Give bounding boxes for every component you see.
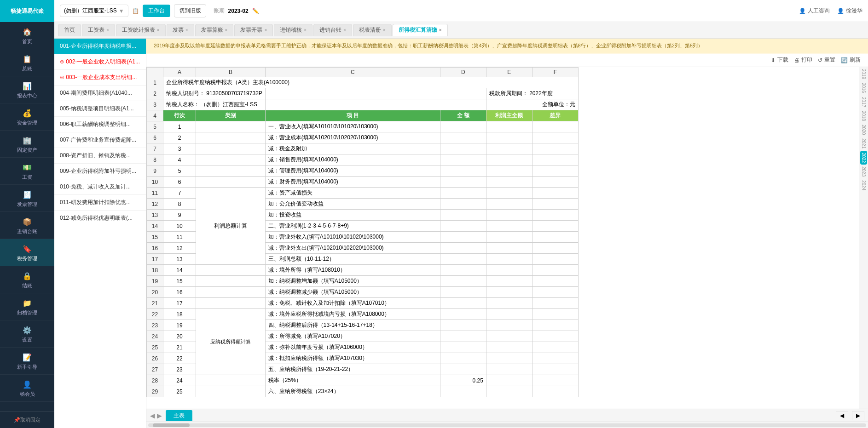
close-icon[interactable]: × xyxy=(343,28,346,33)
archive-icon: 📁 xyxy=(23,299,32,308)
right-area: 2019年度步及取以前年度延续数据的申报表单元格需要手工维护正确，才能保证本年及… xyxy=(146,39,868,428)
close-icon[interactable]: × xyxy=(225,28,228,33)
col-header-C[interactable]: C xyxy=(265,68,440,77)
tab-invoice-calc[interactable]: 发票算账 × xyxy=(195,24,234,36)
tab-invoice-open[interactable]: 发票开票 × xyxy=(234,24,273,36)
left-panel-item-005[interactable]: 005-纳税调整项目明细表(A1... xyxy=(54,101,146,117)
sidebar-item-archive[interactable]: 📁 归档管理 xyxy=(0,293,54,320)
year-2021[interactable]: 2021 xyxy=(860,137,867,150)
left-panel-item-006[interactable]: 006-职工薪酬纳税调整明细... xyxy=(54,117,146,132)
user-profile[interactable]: 👤 徐漫华 xyxy=(837,7,862,15)
year-2023[interactable]: 2023 xyxy=(860,165,867,178)
col-header-F[interactable]: F xyxy=(532,68,578,77)
sidebar-item-guide[interactable]: 📝 新手引导 xyxy=(0,348,54,375)
table-row: 5 1 一、营业收入(填写A101010\101020\103000) xyxy=(147,121,579,132)
left-panel-item-011[interactable]: 011-研发费用加计扣除优惠... xyxy=(54,195,146,211)
print-button[interactable]: 🖨 打印 xyxy=(794,56,812,64)
sidebar-item-capital[interactable]: 💰 资金管理 xyxy=(0,103,54,131)
sidebar-item-ledger[interactable]: 📋 总账 xyxy=(0,49,54,76)
empty-cell xyxy=(265,99,486,110)
table-row-header: 4 行次 类别 项 目 xyxy=(147,110,579,121)
sidebar-item-asset[interactable]: 🏢 固定资产 xyxy=(0,131,54,158)
tab-income-tax[interactable]: 所得税汇算清缴 × xyxy=(393,24,448,36)
close-icon[interactable]: × xyxy=(304,28,307,33)
sidebar-item-settings[interactable]: ⚙️ 设置 xyxy=(0,320,54,348)
sheet-main[interactable]: A B C D E F xyxy=(146,67,859,409)
sidebar-item-tax[interactable]: 🔖 税务管理 xyxy=(0,239,54,266)
spreadsheet-table: A B C D E F xyxy=(146,67,579,397)
year-2020[interactable]: 2020 xyxy=(860,123,867,137)
tab-invoice-list[interactable]: 发票 × xyxy=(167,24,194,36)
refresh-button[interactable]: 🔄 刷新 xyxy=(841,56,861,64)
settings-icon: ⚙️ xyxy=(23,326,32,335)
table-row: 9 5 减：管理费用(填写A104000) xyxy=(147,165,579,177)
col-header-D[interactable]: D xyxy=(440,68,486,77)
tab-purchase-ledger[interactable]: 进销台账 × xyxy=(313,24,352,36)
table-row: 3 纳税人名称： （勿删）江西服宝-LSS 全额单位：元 xyxy=(147,99,579,110)
sidebar-item-report[interactable]: 📊 报表中心 xyxy=(0,76,54,103)
company-selector[interactable]: (勿删）江西服宝-LSS ▼ xyxy=(60,5,128,17)
report-icon: 📊 xyxy=(23,82,32,91)
left-panel-item-009[interactable]: 009-企业所得税附加补亏损明... xyxy=(54,164,146,179)
sheet-nav-right[interactable]: ▶ xyxy=(157,412,162,419)
horizontal-scrollbar[interactable] xyxy=(146,422,868,428)
close-icon[interactable]: × xyxy=(157,28,160,33)
year-2024[interactable]: 2024 xyxy=(860,178,867,192)
sidebar-item-purchase[interactable]: 📦 进销台账 xyxy=(0,212,54,239)
left-panel-item-007[interactable]: 007-广告费和业务宣传费超降... xyxy=(54,132,146,148)
left-panel-item-002[interactable]: ⊙ 002-一般企业收入明细表(A1... xyxy=(54,54,146,70)
table-title: 企业所得税年度纳税申报表（A类）主表(A100000) xyxy=(163,77,579,88)
ai-service[interactable]: 👤 人工咨询 xyxy=(799,7,830,15)
scroll-thumb[interactable] xyxy=(153,423,190,427)
table-row: 18 14 减：境外所得（填写A108010） xyxy=(147,265,579,276)
left-panel-item-008[interactable]: 008-资产折旧、摊销及纳税... xyxy=(54,148,146,164)
year-2019[interactable]: 2019 xyxy=(860,67,867,81)
year-2022[interactable]: 2022 xyxy=(860,151,867,165)
close-icon[interactable]: × xyxy=(185,28,188,33)
col-header-B[interactable]: B xyxy=(196,68,265,77)
reset-button[interactable]: ↺ 重置 xyxy=(818,56,835,64)
header-xuhao: 行次 xyxy=(163,110,196,121)
pin-toggle[interactable]: 📌 取消固定 xyxy=(0,411,54,428)
left-panel-item-001[interactable]: 001-企业所得税年度纳税申报... xyxy=(54,39,146,54)
workbench-button[interactable]: 工作台 xyxy=(143,5,170,17)
switch-old-button[interactable]: 切到旧版 xyxy=(174,4,206,17)
scroll-left-btn[interactable]: ◀ xyxy=(836,411,848,420)
tab-salary-stat[interactable]: 工资统计报表 × xyxy=(116,24,166,36)
sidebar-item-member[interactable]: 👤 畅会员 xyxy=(0,375,54,402)
taxpayer-name-row: 纳税人名称： （勿删）江西服宝-LSS xyxy=(163,99,266,110)
sidebar-item-closing[interactable]: 🔒 结账 xyxy=(0,266,54,293)
tab-salary[interactable]: 工资表 × xyxy=(82,24,115,36)
year-scroll-sidebar: 2019 2016 2017 2018 2020 2021 2022 2023 … xyxy=(859,67,868,409)
scroll-right-btn[interactable]: ▶ xyxy=(852,411,864,420)
sheet-tab-main[interactable]: 主表 xyxy=(166,410,192,421)
sheet-nav-left[interactable]: ◀ xyxy=(150,412,155,419)
edit-period-icon[interactable]: ✏️ xyxy=(252,8,259,14)
close-icon[interactable]: × xyxy=(439,28,442,33)
col-header-A[interactable]: A xyxy=(163,68,196,77)
left-panel-item-003[interactable]: ⊙ 003-一般企业成本支出明细... xyxy=(54,70,146,86)
sheet-nav-arrows: ◀ ▶ xyxy=(150,412,162,419)
page-controls: ◀ ▶ xyxy=(836,411,864,420)
tab-tax-clear[interactable]: 税表清册 × xyxy=(353,24,392,36)
sidebar-item-salary[interactable]: 💵 工资 xyxy=(0,158,54,185)
year-2017[interactable]: 2017 xyxy=(860,95,867,109)
row-num-1: 1 xyxy=(147,77,163,88)
sidebar-item-invoice[interactable]: 🧾 发票管理 xyxy=(0,185,54,212)
invoice-icon: 🧾 xyxy=(23,190,32,199)
left-panel-item-010[interactable]: 010-免税、减计收入及加计... xyxy=(54,179,146,195)
close-icon[interactable]: × xyxy=(106,28,109,33)
sidebar-item-home[interactable]: 🏠 首页 xyxy=(0,22,54,49)
tab-purchase-check[interactable]: 进销稽核 × xyxy=(274,24,312,36)
year-2018[interactable]: 2018 xyxy=(860,109,867,123)
company-name: (勿删）江西服宝-LSS xyxy=(64,7,117,15)
download-button[interactable]: ⬇ 下载 xyxy=(771,56,788,64)
left-panel-item-012[interactable]: 012-减免所得税优惠明细表(... xyxy=(54,211,146,226)
tab-home[interactable]: 首页 xyxy=(58,24,81,36)
left-panel-item-004[interactable]: 004-期间费用明细表(A1040... xyxy=(54,86,146,101)
content-area: 001-企业所得税年度纳税申报... ⊙ 002-一般企业收入明细表(A1...… xyxy=(54,39,868,428)
col-header-E[interactable]: E xyxy=(486,68,532,77)
close-icon[interactable]: × xyxy=(383,28,386,33)
year-2016[interactable]: 2016 xyxy=(860,81,867,95)
close-icon[interactable]: × xyxy=(264,28,267,33)
